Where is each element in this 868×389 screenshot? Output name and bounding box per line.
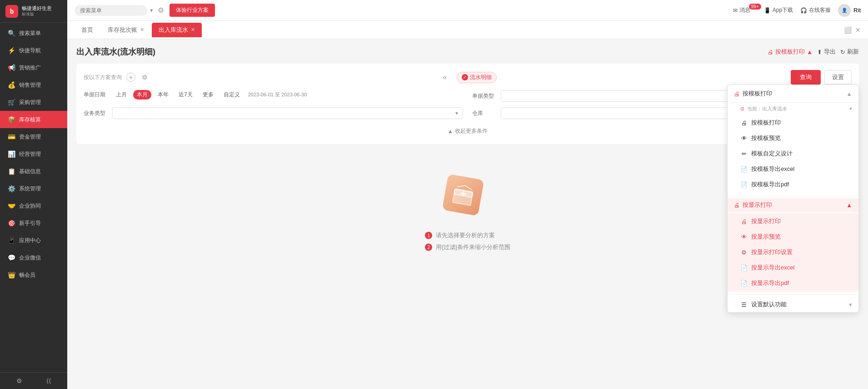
app-version: 标准版 [22,11,52,17]
sidebar-item-sales[interactable]: 💰 销售管理 [0,76,67,94]
print-icon-2: 🖨 [740,119,748,126]
sidebar-item-finance[interactable]: 💳 资金管理 [0,128,67,145]
filter-settings-btn[interactable]: 设置 [824,70,852,85]
filter-date-item: 单据日期 上月 本月 本年 近7天 更多 自定义 2023-06-01 至 20… [84,90,463,100]
dropdown-template-preview[interactable]: 👁 按模板预览 [728,130,858,146]
dropdown-template-print[interactable]: 🖨 按模板打印 [728,115,858,130]
sidebar-item-cooperation[interactable]: 🤝 企业协同 [0,197,67,214]
chart-icon: 📊 [7,150,15,158]
dropdown-template-pdf[interactable]: 📄 按模板导出pdf [728,177,858,192]
filter-add-btn[interactable]: + [126,73,135,82]
sidebar-item-search[interactable]: 🔍 搜索菜单 [0,25,67,42]
tab-batch[interactable]: 库存批次账 ✕ [101,23,151,37]
sidebar-item-apps[interactable]: 📱 应用中心 [0,232,67,249]
search-icon: 🔍 [7,29,15,37]
sidebar-settings-btn[interactable]: ⚙ [16,377,22,384]
dropdown-template-excel[interactable]: 📄 按模板导出excel [728,161,858,177]
messages-btn[interactable]: ✉ 消息 99+ [733,6,757,14]
topbar-right: ✉ 消息 99+ 📱 App下载 🎧 在线客服 👤 Rit [733,4,861,17]
tab-flow-close[interactable]: ✕ [191,27,195,33]
dropdown-current-label: ⊙ 当前：出入库流水 ▾ [728,103,858,113]
dropdown-set-default[interactable]: ☰ 设置默认功能 ▾ [728,297,858,312]
sidebar-item-basic[interactable]: 📋 基础信息 [0,163,67,180]
dropdown-display-print[interactable]: 🖨 按显示打印 [728,214,858,229]
page-title: 出入库流水(流水明细) [76,46,155,57]
box-svg-icon [450,182,476,208]
list-icon: 📋 [7,167,15,175]
excel-icon: 📄 [740,165,748,173]
chevron-up-icon-2: ▲ [448,128,453,135]
sidebar-item-guide[interactable]: 🎯 新手引导 [0,214,67,232]
date-btn-current-month[interactable]: 本月 [133,90,151,100]
sidebar-item-operations[interactable]: 📊 经营管理 [0,145,67,163]
query-btn[interactable]: 查询 [791,70,821,85]
design-icon: ✏ [740,150,748,157]
dropdown-display-excel[interactable]: 📄 按显示导出excel [728,260,858,275]
warehouse-label: 仓库 [472,110,497,117]
date-btn-more[interactable]: 更多 [199,90,217,100]
sidebar-item-shortcuts[interactable]: ⚡ 快捷导航 [0,42,67,59]
app-download-btn[interactable]: 📱 App下载 [764,6,793,14]
date-btn-last-month[interactable]: 上月 [112,90,130,100]
dropdown-display-section-header[interactable]: 🖨 按显示打印 ▲ [728,198,858,212]
dropdown-header: 🖨 按模板打印 ▲ [728,85,858,103]
sidebar: b 畅捷通好生意 标准版 🔍 搜索菜单 ⚡ 快捷导航 📢 营销推广 💰 销售管理… [0,0,67,389]
messages-badge: 99+ [749,4,761,10]
dropdown-display-pdf[interactable]: 📄 按显示导出pdf [728,275,858,291]
sidebar-bottom: ⚙ ⟨⟨ [0,372,67,389]
topbar-gear-icon[interactable]: ⚙ [158,6,164,15]
date-btn-last-7[interactable]: 近7天 [175,90,196,100]
refresh-icon: ↻ [840,49,845,55]
user-menu-btn[interactable]: 👤 Rit [838,4,861,17]
sidebar-collapse-btn[interactable]: ⟨⟨ [46,377,51,384]
filter-biz-item: 业务类型 ▾ [84,107,463,119]
empty-text-list: 1 请先选择要分析的方案 2 用[过滤]条件来缩小分析范围 [425,231,510,255]
search-input[interactable] [75,5,147,16]
dropdown-divider-1 [728,196,858,196]
sidebar-item-marketing[interactable]: 📢 营销推广 [0,59,67,76]
refresh-btn[interactable]: ↻ 刷新 [840,48,859,56]
date-label: 单据日期 [84,91,109,99]
avatar: 👤 [838,4,851,17]
date-options: 上月 本月 本年 近7天 更多 自定义 2023-06-01 至 2023-06… [112,90,307,100]
pdf-icon: 📄 [740,181,748,188]
tab-home[interactable]: 首页 [75,23,100,37]
filter-collapse-btn[interactable]: « [443,73,447,81]
tab-maximize-btn[interactable]: ⬜ [844,26,852,34]
topbar-left: ▾ ⚙ 体验行业方案 [75,4,733,17]
sidebar-item-inventory[interactable]: 📦 库存核算 [0,111,67,128]
sidebar-nav: 🔍 搜索菜单 ⚡ 快捷导航 📢 营销推广 💰 销售管理 🛒 采购管理 📦 库存核… [0,23,67,372]
display-section-arrow: ▲ [846,202,852,209]
sidebar-item-system[interactable]: ⚙️ 系统管理 [0,180,67,197]
phone-download-icon: 📱 [764,7,771,14]
chevron-up-icon: ▲ [807,49,813,55]
date-btn-custom[interactable]: 自定义 [220,90,244,100]
online-service-btn[interactable]: 🎧 在线客服 [800,6,831,14]
filter-settings-icon[interactable]: ⚙ [140,73,149,82]
sidebar-item-wechat[interactable]: 💬 企业微信 [0,249,67,266]
dropdown-close-arrow[interactable]: ▲ [846,90,852,97]
template-print-btn[interactable]: 🖨 按模板打印 ▲ [768,48,813,56]
dropdown-display-preview[interactable]: 👁 按显示预览 [728,229,858,244]
display-excel-icon: 📄 [740,264,748,271]
search-dropdown-icon[interactable]: ▾ [150,7,153,14]
tab-batch-close[interactable]: ✕ [140,27,144,33]
default-icon: ☰ [740,301,748,308]
biz-select[interactable]: ▾ [112,107,463,119]
sidebar-item-member[interactable]: 👑 畅会员 [0,266,67,284]
dropdown-panel: 🖨 按模板打印 ▲ ⊙ 当前：出入库流水 ▾ 🖨 按模板打印 [727,85,859,313]
display-print-icon: 🖨 [740,218,748,225]
promo-button[interactable]: 体验行业方案 [170,4,215,17]
tab-flow[interactable]: 出入库流水 ✕ [152,23,202,37]
date-btn-current-year[interactable]: 本年 [154,90,172,100]
empty-icon-inner [442,174,484,216]
tab-close-all-btn[interactable]: ✕ [855,26,861,34]
export-btn[interactable]: ⬆ 导出 [817,48,836,56]
app-name: 畅捷通好生意 [22,5,52,11]
dropdown-template-customize[interactable]: ✏ 模板自定义设计 [728,146,858,161]
sidebar-item-purchase[interactable]: 🛒 采购管理 [0,94,67,111]
dropdown-display-settings[interactable]: ⚙ 按显示打印设置 [728,244,858,260]
tabs-bar: 首页 库存批次账 ✕ 出入库流水 ✕ ⬜ ✕ [67,21,868,39]
dropdown-current-arrow: ▾ [849,106,852,112]
step2-num: 2 [425,244,432,251]
